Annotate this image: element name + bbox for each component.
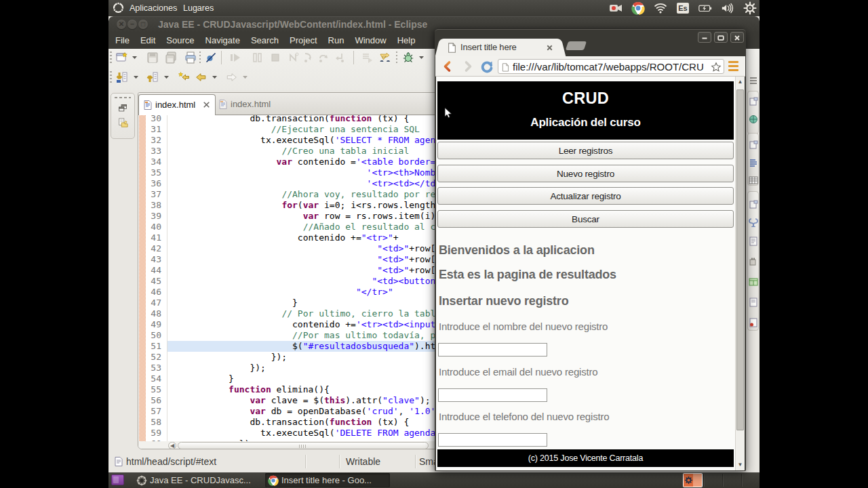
list-view-icon[interactable] bbox=[749, 158, 758, 167]
chrome-maximize-button[interactable] bbox=[714, 32, 728, 43]
reload-button[interactable] bbox=[479, 58, 495, 75]
eclipse-maximize-button[interactable]: □ bbox=[138, 20, 148, 29]
step-over-icon[interactable] bbox=[318, 52, 330, 64]
screen-recorder-icon[interactable] bbox=[609, 1, 623, 15]
print-icon[interactable] bbox=[184, 52, 197, 64]
taskbar-item-eclipse[interactable]: Java EE - CRUDJavasc... bbox=[134, 473, 261, 487]
scroll-up-arrow-icon[interactable]: ▲ bbox=[736, 77, 745, 87]
page-button-leer-registros[interactable]: Leer registros bbox=[437, 142, 734, 159]
back-button[interactable] bbox=[439, 58, 456, 75]
page-button-actualizar-registro[interactable]: Actualizar registro bbox=[437, 187, 734, 205]
dropdown-arrow-icon[interactable] bbox=[134, 71, 139, 83]
volume-icon[interactable] bbox=[721, 1, 734, 15]
eclipse-menu-file[interactable]: File bbox=[110, 33, 135, 49]
bookmark-star-icon[interactable] bbox=[711, 62, 722, 73]
tab-close-icon[interactable] bbox=[202, 100, 211, 109]
restore-view-icon[interactable] bbox=[117, 102, 128, 113]
url-bar[interactable]: file:///var/lib/tomcat7/webapps/ROOT/CRU bbox=[498, 59, 724, 74]
step-filters-icon[interactable] bbox=[361, 52, 374, 64]
keyboard-layout-icon[interactable]: Es bbox=[676, 1, 690, 15]
scroll-down-arrow-icon[interactable]: ▼ bbox=[736, 460, 745, 470]
debug-icon[interactable] bbox=[402, 52, 414, 64]
recorder-tray-icon[interactable] bbox=[683, 473, 703, 487]
chrome-minimize-button[interactable] bbox=[698, 32, 711, 43]
chrome-tab[interactable]: Insert title here bbox=[442, 39, 559, 56]
problems-icon[interactable] bbox=[749, 318, 758, 327]
editor-tab-index.html-inactive[interactable]: index.html bbox=[214, 94, 279, 115]
eclipse-menu-source[interactable]: Source bbox=[161, 33, 199, 49]
last-edit-icon[interactable] bbox=[178, 71, 190, 83]
dropdown-arrow-icon[interactable] bbox=[419, 52, 425, 64]
url-text[interactable]: file:///var/lib/tomcat7/webapps/ROOT/CRU bbox=[513, 61, 707, 73]
save-icon[interactable] bbox=[146, 52, 159, 64]
drop-to-frame-icon[interactable] bbox=[379, 52, 391, 64]
menu-lugares[interactable]: Lugares bbox=[183, 0, 214, 16]
table-view-icon[interactable] bbox=[749, 176, 758, 185]
skip-breakpoints-icon[interactable] bbox=[205, 52, 217, 64]
forward-icon[interactable] bbox=[226, 71, 238, 83]
doc-view-icon[interactable] bbox=[749, 237, 758, 246]
editor-tab-index.html-active[interactable]: index.html bbox=[138, 94, 216, 115]
field-input-3[interactable] bbox=[438, 433, 547, 447]
battery-icon[interactable] bbox=[698, 1, 712, 15]
palette-icon[interactable] bbox=[749, 277, 758, 287]
doc2-view-icon[interactable] bbox=[749, 298, 758, 307]
field-input-1[interactable] bbox=[438, 343, 547, 357]
workspace-switcher[interactable] bbox=[111, 474, 124, 485]
step-return-icon[interactable] bbox=[334, 52, 346, 64]
prev-annotation-icon[interactable] bbox=[146, 71, 159, 83]
wifi-icon[interactable] bbox=[654, 1, 667, 15]
ubuntu-logo-icon[interactable] bbox=[113, 2, 124, 14]
outline-icon[interactable] bbox=[749, 76, 758, 85]
eclipse-minimize-button[interactable]: – bbox=[127, 20, 137, 29]
suspend-icon[interactable] bbox=[251, 52, 263, 64]
next-annotation-icon[interactable] bbox=[116, 71, 128, 83]
back-icon[interactable] bbox=[195, 71, 207, 83]
eclipse-menu-window[interactable]: Window bbox=[349, 33, 391, 49]
plugin-icon[interactable] bbox=[749, 257, 758, 266]
code-line-38: for(var i=0; i<rs.rows.length; i++){ bbox=[170, 200, 473, 211]
tab-close-icon[interactable] bbox=[545, 43, 554, 52]
browser-scrollbar[interactable]: ▲ ▼ bbox=[735, 77, 745, 470]
resume-icon[interactable] bbox=[229, 52, 241, 64]
view-doc3-icon[interactable] bbox=[749, 200, 758, 209]
menu-aplicaciones[interactable]: Aplicaciones bbox=[130, 0, 177, 16]
chrome-icon[interactable] bbox=[631, 1, 645, 15]
page-button-buscar[interactable]: Buscar bbox=[437, 210, 734, 228]
eclipse-menu-help[interactable]: Help bbox=[392, 33, 421, 49]
line-number-ruler[interactable]: 3031323334353637383940414243444546474849… bbox=[146, 115, 167, 441]
step-into-icon[interactable] bbox=[302, 52, 315, 64]
eclipse-menu-navigate[interactable]: Navigate bbox=[200, 33, 245, 49]
annotation-ruler[interactable] bbox=[139, 115, 146, 441]
editor-hscrollbar-thumb[interactable] bbox=[178, 442, 429, 449]
terminate-icon[interactable] bbox=[269, 52, 281, 64]
dropdown-arrow-icon[interactable] bbox=[243, 71, 248, 83]
chrome-close-button[interactable] bbox=[730, 32, 744, 43]
dropdown-arrow-icon[interactable] bbox=[132, 52, 138, 64]
browser-scrollbar-thumb[interactable] bbox=[736, 89, 744, 430]
save-all-icon[interactable] bbox=[165, 52, 177, 64]
view-doc2-icon[interactable] bbox=[749, 140, 758, 150]
taskbar-item-chrome[interactable]: Insert title here - Goo... bbox=[265, 473, 390, 487]
snippets-icon[interactable] bbox=[749, 218, 758, 227]
field-input-2[interactable] bbox=[438, 388, 547, 402]
view-doc1-icon[interactable] bbox=[749, 97, 758, 106]
dropdown-arrow-icon[interactable] bbox=[164, 71, 170, 83]
eclipse-menu-run[interactable]: Run bbox=[323, 33, 350, 49]
eclipse-menu-search[interactable]: Search bbox=[245, 33, 284, 49]
disconnect-icon[interactable] bbox=[288, 52, 300, 64]
power-gear-icon[interactable] bbox=[743, 1, 757, 15]
new-tab-button[interactable] bbox=[566, 41, 587, 50]
forward-button[interactable] bbox=[460, 58, 476, 75]
eclipse-menu-project[interactable]: Project bbox=[284, 33, 322, 49]
server-icon[interactable] bbox=[749, 115, 758, 124]
eclipse-close-button[interactable]: ✕ bbox=[117, 20, 126, 29]
chrome-menu-button[interactable] bbox=[728, 61, 738, 71]
project-explorer-icon[interactable] bbox=[117, 117, 128, 128]
scroll-left-arrow-icon[interactable]: ◀ bbox=[168, 442, 176, 449]
new-wizard-icon[interactable] bbox=[116, 52, 128, 64]
page-button-nuevo-registro[interactable]: Nuevo registro bbox=[437, 165, 734, 182]
line-number: 55 bbox=[151, 384, 161, 395]
eclipse-menu-edit[interactable]: Edit bbox=[135, 33, 161, 49]
dropdown-arrow-icon[interactable] bbox=[212, 71, 218, 83]
